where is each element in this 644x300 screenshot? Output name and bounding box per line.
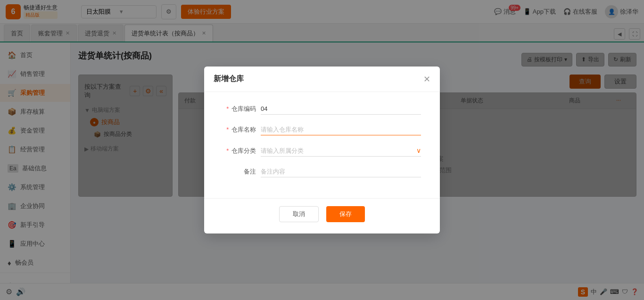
remark-label: 备注	[223, 167, 261, 176]
warehouse-category-row: * 仓库分类 ∨	[223, 145, 421, 157]
cancel-button[interactable]: 取消	[279, 206, 319, 222]
remark-input[interactable]	[261, 166, 421, 177]
category-dropdown-icon: ∨	[416, 147, 421, 154]
modal-footer: 取消 保存	[204, 198, 440, 233]
modal-overlay: 新增仓库 ✕ * 仓库编码 * 仓库名称	[0, 0, 644, 300]
warehouse-category-label: * 仓库分类	[223, 147, 261, 155]
save-button[interactable]: 保存	[326, 206, 365, 222]
warehouse-name-label: * 仓库名称	[223, 125, 261, 134]
warehouse-category-input[interactable]	[261, 147, 416, 154]
modal-title: 新增仓库	[214, 74, 244, 84]
warehouse-code-label: * 仓库编码	[223, 105, 261, 113]
modal-body: * 仓库编码 * 仓库名称 * 仓库分类	[204, 92, 440, 198]
warehouse-code-row: * 仓库编码	[223, 103, 421, 115]
warehouse-category-select[interactable]: ∨	[261, 145, 421, 157]
remark-row: 备注	[223, 166, 421, 177]
modal-close-button[interactable]: ✕	[423, 75, 430, 83]
add-warehouse-modal: 新增仓库 ✕ * 仓库编码 * 仓库名称	[204, 67, 440, 233]
warehouse-name-input[interactable]	[261, 124, 421, 135]
warehouse-name-row: * 仓库名称	[223, 124, 421, 135]
warehouse-code-input[interactable]	[261, 103, 421, 115]
modal-header: 新增仓库 ✕	[204, 67, 440, 92]
